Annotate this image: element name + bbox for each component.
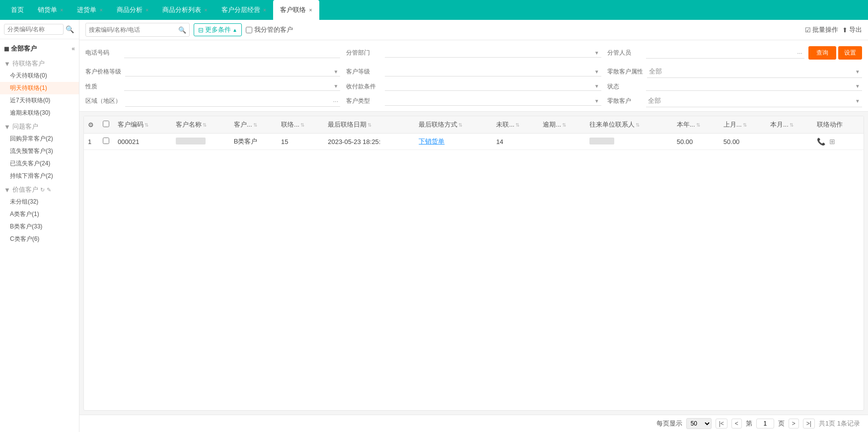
my-customers-checkbox[interactable] <box>246 27 252 33</box>
main-search-input[interactable] <box>89 26 178 33</box>
next-page-button[interactable]: > <box>789 419 799 429</box>
page-label: 第 <box>746 419 752 428</box>
filter-customer-level-select[interactable]: ▼ <box>385 68 601 76</box>
toolbar-right: ☑ 批量操作 ⬆ 导出 <box>805 25 862 34</box>
filter-retail-attr-select[interactable]: 全部 ▼ <box>647 66 862 78</box>
filter-branch-dept-select[interactable]: ▼ <box>385 49 601 58</box>
sort-icon-this-month[interactable]: ⇅ <box>790 122 794 128</box>
home-nav-item[interactable]: 首页 <box>4 0 31 20</box>
filter-phone-input[interactable] <box>124 48 340 58</box>
filter-gender-label: 性质 <box>85 82 120 91</box>
filter-customer-level-label: 客户等级 <box>346 68 381 76</box>
nav-close-analysis[interactable]: × <box>145 7 148 13</box>
chevron-down-icon4: ▼ <box>855 69 860 74</box>
setting-button[interactable]: 设置 <box>838 46 862 60</box>
main-search-icon[interactable]: 🔍 <box>178 26 186 34</box>
sort-icon-code[interactable]: ⇅ <box>145 122 148 128</box>
sort-icon-method[interactable]: ⇅ <box>458 122 462 128</box>
more-conditions-button[interactable]: ⊟ 更多条件 ▲ <box>194 23 242 36</box>
col-customer-type: 客户...⇅ <box>230 116 277 134</box>
last-page-button[interactable]: >| <box>803 419 815 429</box>
sidebar-item-class-b[interactable]: B类客户(33) <box>0 220 79 233</box>
sort-icon-contact[interactable]: ⇅ <box>300 122 304 128</box>
filter-branch-person-select[interactable]: ··· <box>646 48 804 59</box>
qr-action-icon[interactable]: ⊞ <box>829 138 835 145</box>
sort-icon-last-date[interactable]: ⇅ <box>367 122 371 128</box>
page-input[interactable] <box>756 419 774 429</box>
filter-branch-dept-label: 分管部门 <box>346 49 381 57</box>
table-body: 1 000021 B类客户 15 2023-05-23 18:25: 下销货单 <box>84 134 864 150</box>
filter-gender-select[interactable]: ▼ <box>124 82 340 91</box>
sidebar-search-icon[interactable]: 🔍 <box>66 25 74 33</box>
col-customer-name: 客户名称⇅ <box>172 116 230 134</box>
refresh-icon[interactable]: ↻ <box>40 187 45 193</box>
batch-action-button[interactable]: ☑ 批量操作 <box>805 25 838 34</box>
nav-close-purchase[interactable]: × <box>99 7 102 13</box>
query-button[interactable]: 查询 <box>808 46 836 60</box>
filter-retail-attr-label: 零散客户属性 <box>607 68 643 76</box>
select-all-checkbox[interactable] <box>103 121 109 127</box>
nav-close-customer-contact[interactable]: × <box>309 7 312 13</box>
nav-item-sales[interactable]: 销货单 × <box>31 0 70 20</box>
sidebar-search-input[interactable] <box>4 24 64 35</box>
chevron-down-icon8: ▼ <box>594 98 599 104</box>
nav-item-customer-tier[interactable]: 客户分层经营 × <box>215 0 273 20</box>
prev-page-button[interactable]: < <box>731 419 742 429</box>
nav-item-purchase[interactable]: 进货单 × <box>70 0 109 20</box>
col-last-month: 上月...⇅ <box>720 116 766 134</box>
nav-close-analysis-list[interactable]: × <box>204 7 207 13</box>
sidebar-item-today-contact[interactable]: 今天待联络(0) <box>0 70 79 82</box>
filter-retail-customer-select[interactable]: 全部 ▼ <box>646 95 862 107</box>
col-this-year: 本年...⇅ <box>673 116 720 134</box>
filter-customer-type-select[interactable]: ▼ <box>385 97 601 106</box>
nav-item-analysis[interactable]: 商品分析 × <box>110 0 155 20</box>
sort-icon-name[interactable]: ⇅ <box>203 122 207 128</box>
sidebar-item-overdue-contact[interactable]: 逾期未联络(30) <box>0 107 79 119</box>
filter-customer-type-label: 客户类型 <box>346 97 381 105</box>
sort-icon-last-month[interactable]: ⇅ <box>743 122 747 128</box>
sidebar-item-churned[interactable]: 已流失客户(24) <box>0 157 79 170</box>
sort-icon-uncontacted[interactable]: ⇅ <box>515 122 519 128</box>
sidebar-item-7days-contact[interactable]: 近7天待联络(0) <box>0 94 79 107</box>
my-customers-checkbox-area: 我分管的客户 <box>246 25 293 34</box>
sidebar-item-repurchase-abnormal[interactable]: 回购异常客户(2) <box>0 133 79 145</box>
sidebar-item-ungrouped[interactable]: 未分组(32) <box>0 196 79 208</box>
collapse-icon[interactable]: « <box>72 45 75 52</box>
nav-close-sales[interactable]: × <box>60 7 63 13</box>
sidebar-item-class-c[interactable]: C类客户(6) <box>0 233 79 245</box>
settings-icon[interactable]: ⚙ <box>88 121 94 129</box>
filter-retail-customer-row: 零散客户 全部 ▼ <box>607 95 862 107</box>
sidebar-item-churn-warning[interactable]: 流失预警客户(3) <box>0 145 79 157</box>
first-page-button[interactable]: |< <box>716 419 727 429</box>
row-uncontacted: 14 <box>492 134 539 150</box>
sidebar-item-tomorrow-contact[interactable]: 明天待联络(1) <box>0 82 79 94</box>
chevron-down-icon9: ▼ <box>855 98 860 104</box>
sort-icon-overdue[interactable]: ⇅ <box>562 122 566 128</box>
all-customers-header[interactable]: ▦ 全部客户 « <box>0 41 79 56</box>
per-page-select[interactable]: 50 100 200 <box>686 418 712 429</box>
sidebar-item-declining[interactable]: 持续下滑客户(2) <box>0 170 79 182</box>
filter-status-select[interactable]: ▼ <box>646 82 862 91</box>
filter-retail-customer-label: 零散客户 <box>607 97 642 105</box>
row-select-checkbox[interactable] <box>103 138 109 144</box>
filter-price-level-select[interactable]: ▼ <box>125 68 340 76</box>
total-text: 共1页 1条记录 <box>819 419 860 428</box>
last-method-link[interactable]: 下销货单 <box>419 138 444 145</box>
filter-status-label: 状态 <box>607 82 642 91</box>
filter-customer-type-row: 客户类型 ▼ <box>346 95 601 107</box>
nav-item-analysis-list[interactable]: 商品分析列表 × <box>155 0 214 20</box>
nav-close-customer-tier[interactable]: × <box>263 7 266 13</box>
sidebar-item-class-a[interactable]: A类客户(1) <box>0 208 79 220</box>
filter-price-level-label: 客户价格等级 <box>85 68 121 76</box>
edit-icon[interactable]: ✎ <box>47 187 51 193</box>
sort-icon-this-year[interactable]: ⇅ <box>696 122 700 128</box>
sort-icon-person[interactable]: ⇅ <box>636 122 640 128</box>
nav-item-customer-contact[interactable]: 客户联络 × <box>273 0 319 20</box>
export-button[interactable]: ⬆ 导出 <box>842 25 862 34</box>
sort-icon-type[interactable]: ⇅ <box>253 122 257 128</box>
filter-payment-select[interactable]: ▼ <box>385 82 601 91</box>
chevron-up-icon: ▲ <box>232 27 237 33</box>
chevron-down-icon5: ▼ <box>333 83 338 89</box>
phone-action-icon[interactable]: 📞 <box>817 138 825 145</box>
filter-region-select[interactable]: ··· <box>125 96 340 107</box>
